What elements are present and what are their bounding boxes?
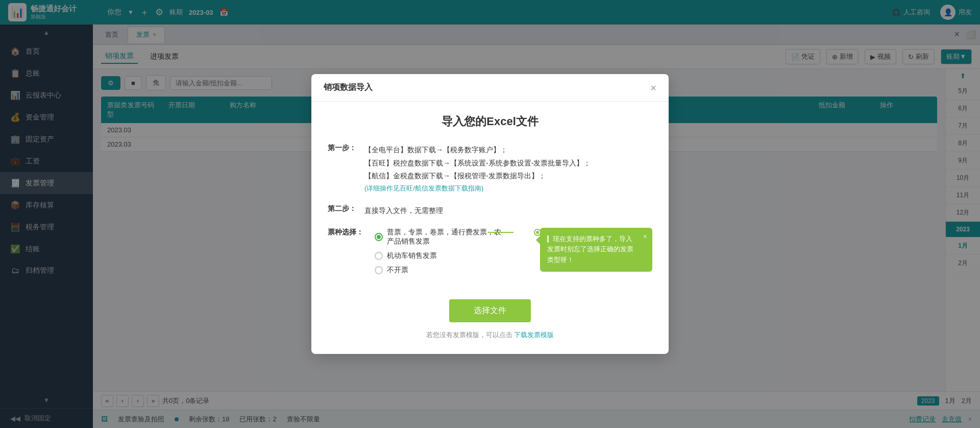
- download-template-link[interactable]: 下载发票模版: [514, 331, 554, 339]
- tooltip-connector: [488, 232, 513, 233]
- radio-circle-2: [375, 266, 383, 274]
- step1-guide-link[interactable]: (详细操作见百旺/航信发票数据下载指南): [364, 182, 591, 194]
- modal-close-button[interactable]: ×: [650, 83, 656, 93]
- ticket-label: 票种选择：: [328, 228, 369, 237]
- radio-group: 普票，专票，卷票，通行费发票，农产品销售发票 机动车销售发票 不开票: [375, 228, 503, 275]
- step1-line1: 【全电平台】数据下载→【税务数字账户】；: [364, 144, 591, 156]
- radio-label-1: 机动车销售发票: [387, 251, 437, 260]
- radio-label-2: 不开票: [387, 266, 408, 275]
- step2-label: 第二步：: [328, 204, 358, 213]
- step2-content: 直接导入文件，无需整理: [364, 204, 443, 217]
- step2-row: 第二步： 直接导入文件，无需整理: [328, 204, 652, 217]
- modal-footer: 选择文件 若您没有发票模版，可以点击 下载发票模版: [311, 291, 669, 354]
- step1-line2: 【百旺】税控盘数据下载→【系统设置-系统参数设置-发票批量导入】；: [364, 157, 591, 170]
- download-hint: 若您没有发票模版，可以点击 下载发票模版: [324, 330, 656, 340]
- radio-item-0[interactable]: 普票，专票，卷票，通行费发票，农产品销售发票: [375, 228, 503, 246]
- tooltip-arrow: [536, 236, 540, 244]
- connector-dot: [535, 230, 540, 235]
- import-modal: 销项数据导入 × 导入您的Excel文件 第一步： 【全电平台】数据下载→【税务…: [311, 74, 669, 353]
- modal-main-title: 导入您的Excel文件: [328, 114, 652, 129]
- radio-item-1[interactable]: 机动车销售发票: [375, 251, 503, 260]
- tooltip-container: 现在支持的票种多了，导入发票时别忘了选择正确的发票类型呀！ ×: [540, 228, 652, 272]
- radio-item-2[interactable]: 不开票: [375, 266, 503, 275]
- tooltip-close-button[interactable]: ×: [643, 231, 647, 242]
- radio-dot-0: [377, 235, 381, 239]
- download-hint-text: 若您没有发票模版，可以点击: [426, 331, 512, 339]
- tooltip-bar: [547, 235, 549, 243]
- modal-title: 销项数据导入: [324, 82, 373, 93]
- step1-content: 【全电平台】数据下载→【税务数字账户】； 【百旺】税控盘数据下载→【系统设置-系…: [364, 144, 591, 194]
- tooltip-text: 现在支持的票种多了，导入发票时别忘了选择正确的发票类型呀！: [547, 235, 633, 264]
- ticket-select-row: 票种选择： 普票，专票，卷票，通行费发票，农产品销售发票: [328, 228, 652, 275]
- modal-overlay: 销项数据导入 × 导入您的Excel文件 第一步： 【全电平台】数据下载→【税务…: [0, 0, 980, 428]
- radio-circle-0: [375, 233, 383, 241]
- modal-body: 导入您的Excel文件 第一步： 【全电平台】数据下载→【税务数字账户】； 【百…: [311, 102, 669, 291]
- radio-circle-1: [375, 252, 383, 260]
- step1-label: 第一步：: [328, 144, 358, 153]
- select-file-button[interactable]: 选择文件: [449, 299, 531, 322]
- radio-label-0: 普票，专票，卷票，通行费发票，农产品销售发票: [387, 228, 503, 246]
- modal-header: 销项数据导入 ×: [311, 74, 669, 102]
- step1-row: 第一步： 【全电平台】数据下载→【税务数字账户】； 【百旺】税控盘数据下载→【系…: [328, 144, 652, 194]
- tooltip-bubble: 现在支持的票种多了，导入发票时别忘了选择正确的发票类型呀！ ×: [540, 228, 652, 272]
- step1-line3: 【航信】金税盘数据下载→【报税管理-发票数据导出】；: [364, 170, 591, 182]
